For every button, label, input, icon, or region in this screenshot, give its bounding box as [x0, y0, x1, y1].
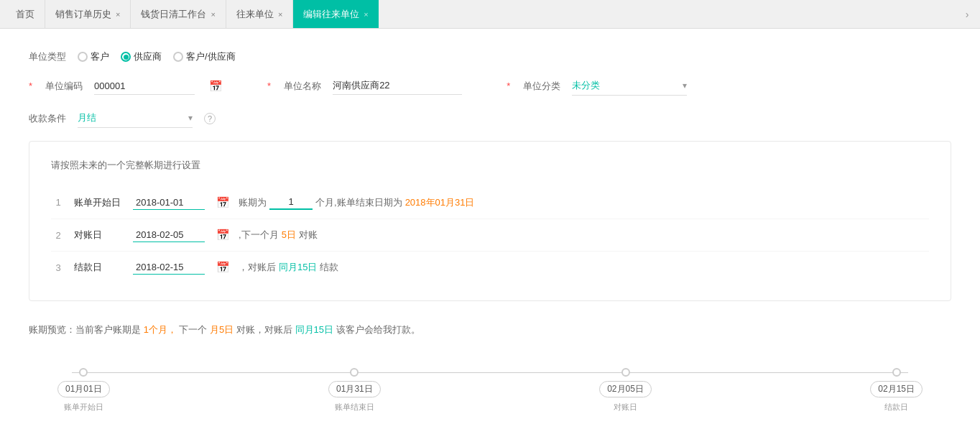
close-cash-work-tab[interactable]: ×	[211, 10, 215, 19]
tab-cash-work-label: 钱货日清工作台	[141, 8, 206, 21]
unit-category-required: *	[507, 80, 510, 91]
timeline-node-3-label: 02月05日	[599, 381, 652, 397]
timeline-node-4-circle	[892, 368, 901, 377]
timeline-node-2: 01月31日 账单结束日	[328, 368, 381, 413]
preview-label: 账期预览：当前客户账期是	[29, 324, 141, 335]
row-start-date: 1 账单开始日 📅 账期为 个月,账单结束日期为 2018年01月31日	[51, 186, 929, 219]
preview-section: 账期预览：当前客户账期是 1个月， 下一个 月5日 对账，对账后 同月15日 该…	[29, 313, 951, 346]
unit-info-row: * 单位编码 📅 * 单位名称 * 单位分类 未分类 ▾	[29, 76, 951, 96]
row-reconcile-date: 2 对账日 📅 ,下一个月 5日 对账	[51, 219, 929, 252]
tab-bar: 首页 销售订单历史 × 钱货日清工作台 × 往来单位 × 编辑往来单位 × ›	[0, 0, 980, 29]
close-edit-partner-tab[interactable]: ×	[364, 10, 368, 19]
row-1-end-date: 2018年01月31日	[405, 196, 475, 209]
tab-edit-partner-label: 编辑往来单位	[303, 8, 359, 21]
row-2-suffix-text: 对账	[299, 229, 318, 242]
payment-condition-value: 月结	[78, 111, 188, 124]
timeline-node-3-desc: 对账日	[614, 402, 637, 413]
timeline-container: 01月01日 账单开始日 01月31日 账单结束日 02月05日 对账日	[29, 354, 951, 427]
preview-highlight2: 月5日	[210, 324, 234, 335]
unit-category-select[interactable]: 未分类 ▾	[572, 76, 687, 96]
row-2-label: 对账日	[74, 229, 124, 242]
close-sales-order-tab[interactable]: ×	[116, 10, 120, 19]
row-2-prefix: ,下一个月	[239, 229, 279, 242]
reconcile-date-cal-icon[interactable]: 📅	[216, 229, 230, 242]
unit-code-icon[interactable]: 📅	[209, 80, 223, 93]
row-2-num: 2	[51, 230, 65, 241]
tab-partner[interactable]: 往来单位 ×	[226, 0, 293, 28]
payment-help-icon[interactable]: ?	[204, 113, 216, 124]
row-1-num: 1	[51, 197, 65, 208]
radio-supplier-label: 供应商	[134, 50, 162, 63]
unit-code-label: 单位编码	[45, 80, 83, 93]
row-1-month-label: 个月,账单结束日期为	[315, 196, 402, 209]
row-payment-date: 3 结款日 📅 ，对账后 同月15日 结款	[51, 252, 929, 283]
row-1-suffix: 账期为 个月,账单结束日期为 2018年01月31日	[239, 195, 474, 210]
unit-category-value: 未分类	[572, 79, 683, 92]
payment-date-input[interactable]	[133, 260, 205, 275]
radio-customer-label: 客户	[91, 50, 109, 63]
timeline-node-2-label: 01月31日	[328, 381, 381, 397]
row-2-highlight: 5日	[282, 229, 296, 242]
timeline-node-2-circle	[350, 368, 359, 377]
period-section: 请按照未来的一个完整帐期进行设置 1 账单开始日 📅 账期为 个月,账单结束日期…	[29, 141, 951, 301]
main-content: 单位类型 客户 供应商 客户/供应商 * 单位编码 📅 * 单位名称 *	[0, 29, 980, 437]
timeline-node-2-desc: 账单结束日	[335, 402, 374, 413]
preview-text-mid2: 对账，对账后	[236, 324, 292, 335]
timeline-node-4-label: 02月15日	[870, 381, 923, 397]
timeline-node-4: 02月15日 结款日	[870, 368, 923, 413]
payment-date-cal-icon[interactable]: 📅	[216, 261, 230, 274]
payment-condition-arrow: ▾	[188, 113, 193, 123]
preview-highlight3: 同月15日	[295, 324, 333, 335]
unit-category-arrow: ▾	[683, 80, 687, 91]
timeline-node-3: 02月05日 对账日	[599, 368, 652, 413]
tab-scroll-arrow[interactable]: ›	[960, 0, 974, 29]
period-input[interactable]	[269, 195, 313, 210]
payment-condition-row: 收款条件 月结 ▾ ?	[29, 109, 951, 128]
start-date-input[interactable]	[133, 196, 205, 210]
preview-highlight1: 1个月，	[144, 324, 177, 335]
tab-partner-label: 往来单位	[236, 8, 274, 21]
unit-code-input[interactable]	[94, 78, 195, 95]
unit-code-required: *	[29, 80, 32, 91]
start-date-cal-icon[interactable]: 📅	[216, 196, 230, 209]
row-1-label: 账单开始日	[74, 196, 124, 209]
reconcile-date-input[interactable]	[133, 228, 205, 242]
payment-condition-label: 收款条件	[29, 112, 66, 125]
timeline-node-1-desc: 账单开始日	[64, 402, 103, 413]
unit-type-row: 单位类型 客户 供应商 客户/供应商	[29, 50, 951, 63]
radio-customer-supplier[interactable]: 客户/供应商	[173, 50, 236, 63]
tab-edit-partner[interactable]: 编辑往来单位 ×	[293, 0, 378, 28]
row-3-prefix: ，对账后	[239, 261, 276, 274]
timeline-nodes: 01月01日 账单开始日 01月31日 账单结束日 02月05日 对账日	[57, 368, 923, 413]
timeline-node-1-circle	[79, 368, 88, 377]
unit-name-required: *	[267, 80, 271, 91]
tab-cash-work[interactable]: 钱货日清工作台 ×	[131, 0, 226, 28]
unit-category-label: 单位分类	[523, 80, 560, 93]
tab-home[interactable]: 首页	[6, 0, 45, 28]
row-3-suffix: ，对账后 同月15日 结款	[239, 261, 338, 274]
timeline-node-1-label: 01月01日	[57, 381, 110, 397]
row-3-num: 3	[51, 262, 65, 273]
timeline-node-4-desc: 结款日	[884, 402, 908, 413]
tab-sales-order[interactable]: 销售订单历史 ×	[45, 0, 131, 28]
row-1-period-label: 账期为	[239, 196, 267, 209]
row-3-highlight: 同月15日	[279, 261, 317, 274]
tab-home-label: 首页	[16, 8, 34, 21]
unit-name-input[interactable]	[333, 78, 462, 95]
preview-text-mid: 下一个	[179, 324, 207, 335]
timeline-node-1: 01月01日 账单开始日	[57, 368, 110, 413]
unit-name-label: 单位名称	[284, 80, 321, 93]
unit-type-label: 单位类型	[29, 50, 66, 63]
row-3-label: 结款日	[74, 261, 124, 274]
radio-supplier[interactable]: 供应商	[121, 50, 162, 63]
close-partner-tab[interactable]: ×	[278, 10, 282, 19]
unit-type-radio-group: 客户 供应商 客户/供应商	[78, 50, 236, 63]
radio-customer-supplier-label: 客户/供应商	[186, 50, 236, 63]
radio-customer[interactable]: 客户	[78, 50, 109, 63]
radio-customer-supplier-circle	[173, 52, 183, 62]
timeline-node-3-circle	[621, 368, 630, 377]
payment-condition-select[interactable]: 月结 ▾	[78, 109, 193, 128]
radio-supplier-circle	[121, 52, 131, 62]
preview-text-post: 该客户会给我打款。	[336, 324, 420, 335]
tab-sales-order-label: 销售订单历史	[55, 8, 111, 21]
